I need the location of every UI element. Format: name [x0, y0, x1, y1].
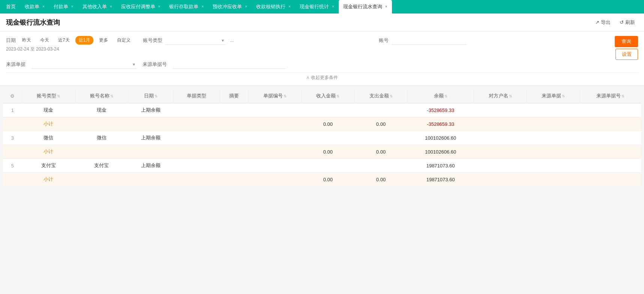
col-source-doc-no[interactable]: 来源单据号⇅ — [579, 89, 641, 103]
account-type-label: 账号类型 — [143, 37, 162, 44]
date-yesterday[interactable]: 昨天 — [19, 36, 35, 45]
table-cell: 现金 — [75, 103, 128, 117]
table-cell: 3 — [3, 131, 22, 145]
nav-close-verify-exec[interactable]: × — [288, 0, 291, 13]
table-cell — [3, 117, 22, 131]
settings-button[interactable]: 设置 — [615, 49, 638, 60]
table-cell — [220, 173, 249, 187]
table-cell — [527, 159, 579, 173]
table-cell: 0.00 — [354, 117, 407, 131]
nav-home[interactable]: 首页 — [2, 0, 20, 13]
table-cell: 现金 — [22, 103, 75, 117]
table-cell — [249, 159, 302, 173]
source-doc-num-input[interactable] — [173, 60, 285, 69]
nav-close-bank-stats[interactable]: × — [332, 0, 334, 13]
nav-verify-exec[interactable]: 收款核销执行 × — [252, 0, 295, 13]
page-title: 现金银行流水查询 — [6, 18, 60, 27]
query-button[interactable]: 查询 — [615, 36, 638, 47]
table-cell — [220, 103, 249, 117]
col-expense[interactable]: 支出金额⇅ — [354, 89, 407, 103]
col-doc-type: 单据类型 — [174, 89, 220, 103]
nav-close-bank-deposit[interactable]: × — [201, 0, 204, 13]
table-cell — [3, 145, 22, 159]
account-type-block: 账号类型 ... — [143, 36, 370, 45]
col-account-type[interactable]: 账号类型⇅ — [22, 89, 75, 103]
date-label: 日期 — [6, 37, 16, 44]
refresh-button[interactable]: ↺ 刷新 — [617, 18, 638, 27]
table-cell — [527, 173, 579, 187]
col-account-name[interactable]: 账号名称⇅ — [75, 89, 128, 103]
source-doc-label: 来源单据 — [6, 61, 26, 68]
table-cell — [128, 117, 173, 131]
table-cell — [174, 103, 220, 117]
table-cell — [220, 145, 249, 159]
nav-payment[interactable]: 付款单 × — [49, 0, 78, 13]
table-cell — [527, 145, 579, 159]
table-row: 小计0.000.00-3528659.33 — [3, 117, 641, 131]
nav-close-receipt[interactable]: × — [42, 0, 45, 13]
account-input[interactable] — [392, 36, 467, 45]
table-cell — [579, 131, 641, 145]
date-more[interactable]: 更多 — [96, 36, 111, 45]
table-cell — [220, 159, 249, 173]
table-cell: 微信 — [22, 131, 75, 145]
gear-icon[interactable]: ⚙ — [10, 93, 15, 99]
date-today[interactable]: 今天 — [37, 36, 53, 45]
table-cell: 小计 — [22, 173, 75, 187]
collapse-button[interactable]: ∧ 收起更多条件 — [6, 73, 638, 82]
table-cell — [474, 131, 527, 145]
col-date[interactable]: 日期⇅ — [128, 89, 173, 103]
filter-second-row: 来源单据 来源单据号 — [6, 60, 638, 69]
table-cell: 支付宝 — [22, 159, 75, 173]
nav-close-other-income[interactable]: × — [110, 0, 112, 13]
nav-ar-ap-adjust[interactable]: 应收应付调整单 × — [117, 0, 165, 13]
table-cell — [302, 131, 354, 145]
table-cell — [174, 145, 220, 159]
col-balance[interactable]: 余额⇅ — [407, 89, 474, 103]
col-doc-no[interactable]: 单据编号⇅ — [249, 89, 302, 103]
nav-pre-collect[interactable]: 预收冲应收单 × — [208, 0, 252, 13]
data-table: ⚙ 账号类型⇅ 账号名称⇅ 日期⇅ 单据类型 摘要 单据编号⇅ 收入金额⇅ — [3, 89, 641, 187]
table-cell — [354, 103, 407, 117]
table-cell: -3528659.33 — [407, 103, 474, 117]
account-type-more[interactable]: ... — [230, 38, 234, 43]
table-cell — [249, 145, 302, 159]
table-cell: 0.00 — [302, 173, 354, 187]
nav-close-ar-ap[interactable]: × — [158, 0, 161, 13]
top-navigation: 首页 收款单 × 付款单 × 其他收入单 × 应收应付调整单 × 银行存取款单 … — [0, 0, 644, 13]
table-cell: 支付宝 — [75, 159, 128, 173]
table-cell — [75, 173, 128, 187]
col-counterparty[interactable]: 对方户名⇅ — [474, 89, 527, 103]
account-type-select[interactable] — [165, 36, 225, 45]
export-icon: ↗ — [595, 19, 599, 25]
table-cell — [75, 145, 128, 159]
col-gear: ⚙ — [3, 89, 22, 103]
nav-receipt[interactable]: 收款单 × — [20, 0, 49, 13]
col-source-doc[interactable]: 来源单据⇅ — [527, 89, 579, 103]
nav-close-pre-collect[interactable]: × — [245, 0, 247, 13]
table-cell — [249, 103, 302, 117]
table-cell — [174, 117, 220, 131]
table-cell: 5 — [3, 159, 22, 173]
table-cell — [3, 173, 22, 187]
source-doc-select-wrapper — [32, 60, 137, 69]
nav-bank-deposit[interactable]: 银行存取款单 × — [165, 0, 208, 13]
col-income[interactable]: 收入金额⇅ — [302, 89, 354, 103]
table-row: 小计0.000.00100102606.60 — [3, 145, 641, 159]
table-cell — [220, 117, 249, 131]
date-custom[interactable]: 自定义 — [114, 36, 134, 45]
table-cell — [527, 103, 579, 117]
table-cell — [249, 173, 302, 187]
source-doc-select[interactable] — [32, 60, 137, 69]
date-1month[interactable]: 近1月 — [75, 36, 94, 45]
nav-close-bank-flow[interactable]: × — [385, 0, 387, 13]
table-cell — [354, 131, 407, 145]
export-button[interactable]: ↗ 导出 — [592, 18, 614, 27]
nav-bank-stats[interactable]: 现金银行统计 × — [295, 0, 339, 13]
table-cell: 0.00 — [354, 145, 407, 159]
nav-bank-flow[interactable]: 现金银行流水查询 × — [339, 0, 392, 13]
nav-close-payment[interactable]: × — [71, 0, 74, 13]
date-7days[interactable]: 近7天 — [55, 36, 73, 45]
nav-other-income[interactable]: 其他收入单 × — [78, 0, 117, 13]
date-shortcuts: 昨天 今天 近7天 近1月 更多 自定义 — [19, 36, 134, 45]
